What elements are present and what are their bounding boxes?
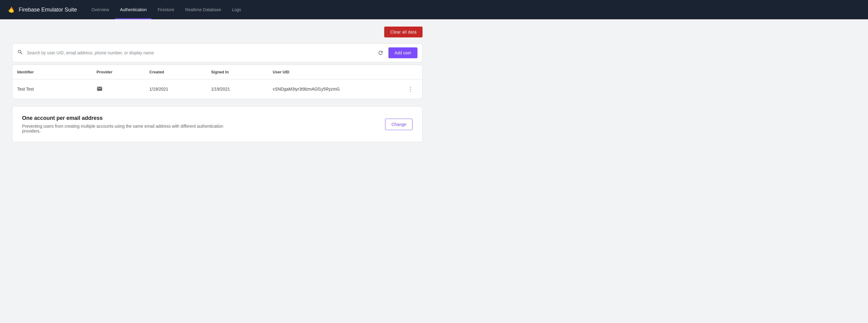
more-vert-icon: ⋮ (407, 85, 413, 93)
change-button[interactable]: Change (385, 119, 412, 130)
settings-card-description: Preventing users from creating multiple … (22, 124, 233, 134)
tab-realtime-database[interactable]: Realtime Database (180, 0, 226, 19)
row-more-button[interactable]: ⋮ (405, 84, 416, 94)
app-brand: Firebase Emulator Suite (7, 5, 77, 14)
users-table-container: Identifier Provider Created Signed In Us… (12, 65, 423, 99)
search-input[interactable] (27, 51, 373, 55)
cell-signed-in: 1/19/2021 (206, 79, 268, 99)
table-header-row: Identifier Provider Created Signed In Us… (12, 65, 422, 79)
settings-card-content: One account per email address Preventing… (22, 115, 378, 134)
col-header-user-uid: User UID (268, 65, 400, 79)
clear-all-button[interactable]: Clear all data (384, 27, 423, 37)
settings-card: One account per email address Preventing… (12, 106, 423, 142)
action-bar: Clear all data (12, 27, 423, 37)
main-content: Clear all data Add user Identifier Provi… (0, 19, 435, 149)
refresh-icon (378, 50, 383, 56)
add-user-button[interactable]: Add user (389, 48, 417, 58)
table-row: Test Test 1/19/2021 1/19/2021 cSNDgaM3ty… (12, 79, 422, 99)
cell-provider (92, 79, 145, 99)
col-header-created: Created (145, 65, 206, 79)
tab-logs[interactable]: Logs (227, 0, 246, 19)
cell-created: 1/19/2021 (145, 79, 206, 99)
nav-tabs: Overview Authentication Firestore Realti… (87, 0, 246, 19)
navbar: Firebase Emulator Suite Overview Authent… (0, 0, 868, 19)
cell-user-uid: cSNDgaM3tyr3t9lzmAGf1y5RyzmG (268, 79, 400, 99)
col-header-actions (400, 65, 422, 79)
col-header-provider: Provider (92, 65, 145, 79)
cell-actions: ⋮ (400, 79, 422, 99)
refresh-button[interactable] (376, 49, 385, 57)
tab-overview[interactable]: Overview (87, 0, 114, 19)
search-actions: Add user (376, 48, 417, 58)
users-table: Identifier Provider Created Signed In Us… (12, 65, 422, 99)
firebase-icon (7, 5, 16, 14)
col-header-signed-in: Signed In (206, 65, 268, 79)
tab-authentication[interactable]: Authentication (115, 0, 152, 19)
app-title: Firebase Emulator Suite (19, 7, 77, 13)
email-provider-icon (97, 86, 103, 92)
search-bar-container: Add user (12, 43, 423, 62)
cell-identifier: Test Test (12, 79, 92, 99)
search-icon (17, 49, 23, 57)
col-header-identifier: Identifier (12, 65, 92, 79)
settings-card-title: One account per email address (22, 115, 378, 121)
tab-firestore[interactable]: Firestore (153, 0, 179, 19)
